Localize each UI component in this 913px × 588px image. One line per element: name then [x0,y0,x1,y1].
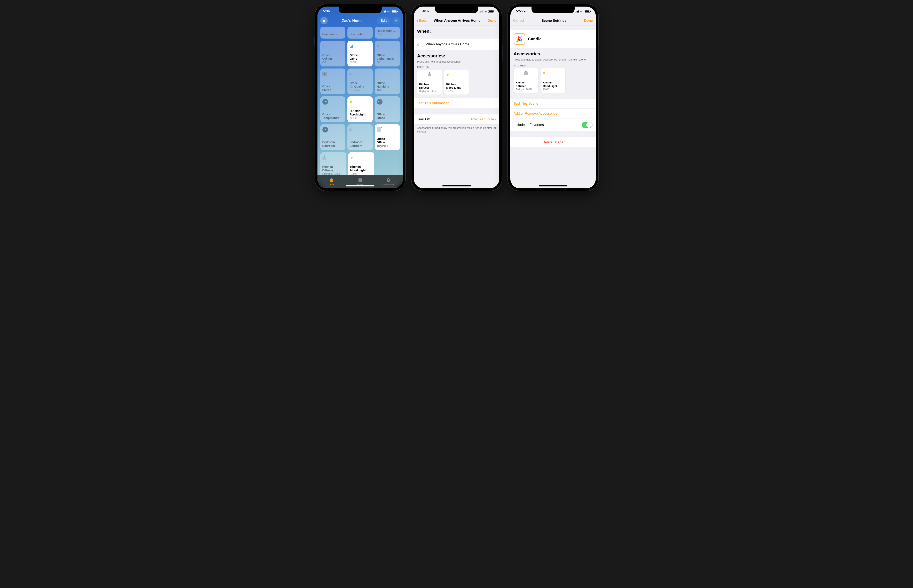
tile-status: Off [377,61,398,64]
tab-label: Automation [383,183,394,186]
accessory-tile[interactable]: 73°Office Office [375,96,400,122]
temp-icon: 75° [322,99,343,105]
tile-status: Rising to 100% [322,172,344,175]
svg-rect-2 [358,180,360,182]
favorites-label: Include in Favorites [514,123,544,127]
temp-icon: 73° [322,127,343,132]
cellular-icon [575,10,579,13]
turn-off-label: Turn Off [417,117,430,121]
accessory-tile[interactable]: 75°Office Temperature [321,96,346,122]
favorites-toggle[interactable] [582,122,592,128]
tile-name: Office Air Quality [350,81,371,89]
home-indicator[interactable] [442,186,471,186]
scene-icon[interactable]: 🎉 [514,33,525,45]
add-remove-accessories-button[interactable]: Add or Remove Accessories [510,109,596,119]
accessory-tile[interactable]: Hue motion... [347,27,373,39]
accessory-tile[interactable]: ●Kitchen Mood Light100% [541,68,565,93]
status-time: 5:55 [516,10,523,13]
accessory-tile[interactable]: Office Humidity46% [375,68,400,94]
home-indicator[interactable] [346,186,374,186]
accessory-tile[interactable]: Bedroom Bedroom [347,124,373,150]
turn-off-row[interactable]: Turn Off After 60 minutes [414,115,499,124]
house-icon [329,178,334,183]
edit-button[interactable]: Edit [377,18,390,24]
tile-name: Office Temperature [322,113,343,120]
home-indicator[interactable] [539,186,567,186]
accessories-header: Accessories [514,51,592,57]
accessory-tile[interactable]: ●Outside Porch Light100% [347,96,373,122]
tile-name: Hue motion... [350,32,371,36]
accessories-hint: Press and hold to adjust accessories. [417,60,496,64]
tile-status: Triggered [377,144,398,148]
accessory-tile[interactable]: ●Kitchen Mood Light100% [348,152,374,175]
tile-status: Rising to 100% [419,90,440,92]
tile-name: Kitchen Diffuser [322,165,344,172]
tile-name: Office Stereo [322,85,343,92]
back-button[interactable]: ‹Back [417,18,427,23]
accessory-tile[interactable]: ●Office CeilingOff [321,40,346,66]
test-automation-button[interactable]: Test This Automation [414,98,499,108]
tile-name: Office Humidity [377,81,398,89]
when-condition-label: When Anyone Arrives Home [426,42,469,46]
done-button[interactable]: Done [487,19,496,23]
include-in-favorites-row[interactable]: Include in Favorites [510,119,596,131]
home-menu-button[interactable] [321,17,328,24]
tile-status: Off [322,61,343,64]
tile-status: 100% [350,172,372,175]
when-condition-row[interactable]: ⌂🚶 When Anyone Arrives Home [414,39,499,50]
phone-automation: 5:48➤ ‹Back When Anyone Arrives Home Don… [411,4,502,191]
tile-status: Rising to 100% [516,88,536,91]
accessory-grid[interactable]: Hue motion...Hue motion...Hue motion...4… [317,26,403,175]
delete-scene-button[interactable]: Delete Scene [510,137,596,147]
when-header: When: [417,29,496,34]
diffuser-icon [322,155,344,160]
bulb-on-icon: ● [446,72,467,78]
tile-name: Bedroom Bedroom [350,141,371,148]
tile-status: 100% [350,61,371,64]
rooms-icon [358,178,363,183]
accessory-tile[interactable]: Hue motion...4 lux [375,27,400,39]
cancel-button[interactable]: Cancel [513,19,524,23]
tab-home[interactable]: Home [317,175,346,188]
status-time: 5:36 [323,10,330,13]
bars-icon [377,71,398,77]
group-kitchen: KITCHEN [414,65,499,70]
bulb-on-icon: ● [350,99,371,105]
accessory-tile[interactable]: Kitchen DiffuserRising to 100% [417,70,442,95]
bulb-on-icon: ● [543,70,563,76]
nav-bar: ‹Back When Anyone Arrives Home Done [414,16,499,26]
accessory-tile[interactable]: ◢Office Lamp100% [347,40,373,66]
accessory-tile[interactable]: Kitchen DiffuserRising to 100% [321,152,346,175]
accessory-tile[interactable]: 73°Bedroom Bedroom [321,124,346,150]
accessory-tile[interactable]: Office Stereo [321,68,346,94]
tile-name: Hue motion... [377,29,398,33]
accessory-tile[interactable]: Hue motion... [321,27,346,39]
chevron-left-icon: ‹ [417,18,419,23]
scene-name-row[interactable]: 🎉 Candle [510,30,596,48]
cellular-icon [382,10,386,13]
location-icon: ➤ [523,10,526,13]
add-button[interactable]: + [393,17,400,24]
phone-home: 5:36 Zac's Home Edit + Hue motion...Hue … [315,4,405,191]
tab-automation[interactable]: Automation [374,175,403,188]
accessory-tile[interactable]: Kitchen DiffuserRising to 100% [514,68,538,93]
tile-status: 100% [543,88,563,91]
tile-name: Kitchen Mood Light [350,165,372,172]
accessory-tile[interactable]: ●Office Light PanelsOff [375,40,400,66]
scene-name: Candle [528,37,542,42]
tile-name: Outside Porch Light [350,109,371,116]
bulb-icon: ● [377,43,398,49]
test-scene-button[interactable]: Test This Scene [510,99,596,109]
accessory-tile[interactable]: Office Air QualityExcellent [347,68,373,94]
battery-icon [584,10,590,13]
battery-icon [392,10,397,13]
nav-title: Zac's Home [330,19,375,23]
stereo-icon [322,71,343,77]
accessory-tile[interactable]: ●Kitchen Mood Light100% [444,70,469,95]
temp-icon: 73° [377,99,398,105]
turn-off-footer: Accessories turned on by this automation… [414,124,499,135]
notch [531,6,575,13]
status-time: 5:48 [420,10,426,13]
done-button[interactable]: Done [584,19,593,23]
accessory-tile[interactable]: Office OfficeTriggered [375,124,400,150]
